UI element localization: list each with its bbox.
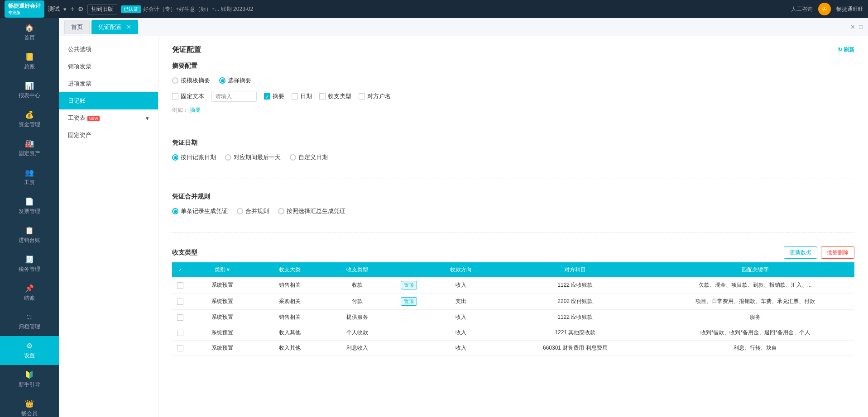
sidebar-item-tax[interactable]: 🧾 税务管理 [0,250,59,279]
radio-custom-date[interactable]: 自定义日期 [290,153,328,161]
sidebar-item-reports[interactable]: 📊 报表中心 [0,76,59,105]
checkbox-date[interactable]: 日期 [292,92,312,100]
brand-logo: 畅捷通好会计 专业版 [5,0,44,18]
sales-ledger-icon: 📋 [25,226,34,235]
window-maximize-icon[interactable]: □ [859,24,863,30]
th-subject: 对方科目 [494,262,656,277]
sidebar-item-member[interactable]: 👑 畅会员 [0,394,59,417]
test-label: 测试 [48,5,60,13]
th-sub-type: 收支类型 [323,262,391,277]
radio-circle [225,154,231,161]
sidebar-item-label: 新手引导 [19,381,40,389]
add-button[interactable]: + [70,5,74,13]
reports-icon: 📊 [25,81,34,90]
action-buttons: 更新数据 批量删除 [784,246,854,259]
member-icon: 👑 [25,399,34,408]
radio-circle [278,208,284,214]
brand-name: 畅捷通好会计 [8,2,41,10]
refresh-button[interactable]: ↻ 刷新 [838,46,854,54]
th-keywords: 匹配关键字 [656,262,854,277]
radio-circle [172,77,178,84]
radio-template-summary[interactable]: 按模板摘要 [172,76,210,85]
th-category: 类别 ▾ [188,262,256,277]
left-panel-item-purchase-invoice[interactable]: 进项发票 [59,75,158,92]
form-area: 凭证配置 ↻ 刷新 摘要配置 按模板摘要 选择摘要 [158,36,868,417]
left-panel-item-sales-invoice[interactable]: 销项发票 [59,58,158,75]
sidebar-item-sales-ledger[interactable]: 📋 进销台账 [0,221,59,250]
settings-sidebar-icon: ⚙ [26,341,33,350]
tab-close-icon[interactable]: ✕ [126,24,131,30]
radio-period-last[interactable]: 对应期间最后一天 [225,153,281,161]
sidebar-item-funds[interactable]: 💰 资金管理 [0,105,59,134]
consult-label[interactable]: 人工咨询 [791,5,813,13]
merge-section-title: 凭证合并规则 [172,193,854,201]
certification-badge: 已认证 好会计（专）+好生意（标）+... 账期 2023-02 [121,5,253,13]
sidebar-item-archive[interactable]: 🗂 归档管理 [0,308,59,336]
checkbox-box [319,93,326,100]
main-content: 首页 凭证配置 ✕ ✕ □ 公共选项 销项发票 进项发票 [59,18,868,417]
income-expense-data-table: ✓ 类别 ▾ 收支大类 收支类型 收款方向 对方科目 匹配关键字 系统预置 销售… [172,262,854,356]
new-badge: NEW [87,116,100,121]
checkbox-box-checked: ✓ [264,93,270,100]
table-row: 系统预置 销售相关 提供服务 收入 1122 应收账款 服务 [172,310,854,325]
home-icon: 🏠 [25,24,34,32]
page-title: 凭证配置 ↻ 刷新 [172,45,854,55]
left-panel-item-diary[interactable]: 日记账 [59,92,158,109]
left-panel-item-public[interactable]: 公共选项 [59,41,158,58]
radio-circle-checked [172,208,178,214]
radio-aggregate[interactable]: 按照选择汇总生成凭证 [278,207,345,215]
invoice-icon: 📄 [25,197,34,206]
sidebar-item-guide[interactable]: 🔰 新手引导 [0,365,59,394]
checkbox-summary[interactable]: ✓ 摘要 [264,92,284,100]
payroll-icon: 👥 [25,168,34,177]
tab-voucher-config[interactable]: 凭证配置 ✕ [91,20,138,34]
sidebar-item-invoice[interactable]: 📄 发票管理 [0,192,59,221]
switch-version-button[interactable]: 切到旧版 [87,4,117,14]
income-expense-title: 收支类型 [172,249,197,257]
radio-circle [237,208,243,214]
summary-radio-group: 按模板摘要 选择摘要 [172,76,854,85]
window-close-icon[interactable]: ✕ [850,24,855,30]
checkbox-counterpart[interactable]: 对方户名 [359,92,391,100]
sidebar-item-home[interactable]: 🏠 首页 [0,18,59,47]
sidebar-item-label: 归档管理 [19,323,40,331]
th-check[interactable]: ✓ [172,262,188,277]
funds-icon: 💰 [25,110,34,119]
radio-circle-checked [219,77,225,84]
radio-select-summary[interactable]: 选择摘要 [219,76,251,85]
sidebar-item-assets[interactable]: 🏭 固定资产 [0,134,59,163]
left-panel-item-payroll-table[interactable]: 工资表 NEW ▾ [59,109,158,127]
tab-home[interactable]: 首页 [64,20,90,34]
sidebar-item-payroll[interactable]: 👥 工资 [0,163,59,192]
date-radio-group: 按日记账日期 对应期间最后一天 自定义日期 [172,153,854,161]
batch-delete-button[interactable]: 批量删除 [821,246,854,259]
fixed-text-input[interactable] [211,91,257,102]
sidebar-item-closing[interactable]: 📌 结账 [0,279,59,308]
radio-diary-date[interactable]: 按日记账日期 [172,153,216,161]
left-panel: 公共选项 销项发票 进项发票 日记账 工资表 NEW ▾ [59,36,158,417]
badge-text: 好会计（专）+好生意（标）+... 账期 2023-02 [143,5,253,13]
checkbox-income-type[interactable]: 收支类型 [319,92,351,100]
sidebar-item-ledger[interactable]: 📒 总账 [0,47,59,76]
sidebar-item-label: 总账 [24,63,35,71]
archive-icon: 🗂 [26,313,33,321]
table-row: 系统预置 采购相关 付款 置顶 支出 2202 应付账款 项目、日常费用、报销款… [172,294,854,310]
update-data-button[interactable]: 更新数据 [784,246,817,259]
radio-merge-rules[interactable]: 合并规则 [237,207,269,215]
left-panel-item-fixed-assets[interactable]: 固定资产 [59,127,158,144]
avatar[interactable]: 🙂 [818,3,831,15]
sidebar-item-label: 税务管理 [19,265,40,273]
sidebar-item-settings[interactable]: ⚙ 设置 [0,336,59,365]
test-dropdown[interactable]: ▾ [63,6,67,13]
brand-sub: 专业版 [8,10,41,16]
sidebar-item-label: 发票管理 [19,208,40,215]
sidebar-item-label: 工资 [24,179,35,186]
example-text: 例如： 摘要 [172,106,854,114]
checkbox-box [359,93,365,100]
checkbox-fixed-text[interactable]: 固定文本 [172,92,204,100]
radio-single-record[interactable]: 单条记录生成凭证 [172,207,228,215]
sidebar-item-label: 畅会员 [21,410,38,417]
summary-section: 摘要配置 按模板摘要 选择摘要 [172,62,854,125]
settings-icon[interactable]: ⚙ [78,5,84,13]
date-section: 凭证日期 按日记账日期 对应期间最后一天 自定义日期 [172,139,854,179]
